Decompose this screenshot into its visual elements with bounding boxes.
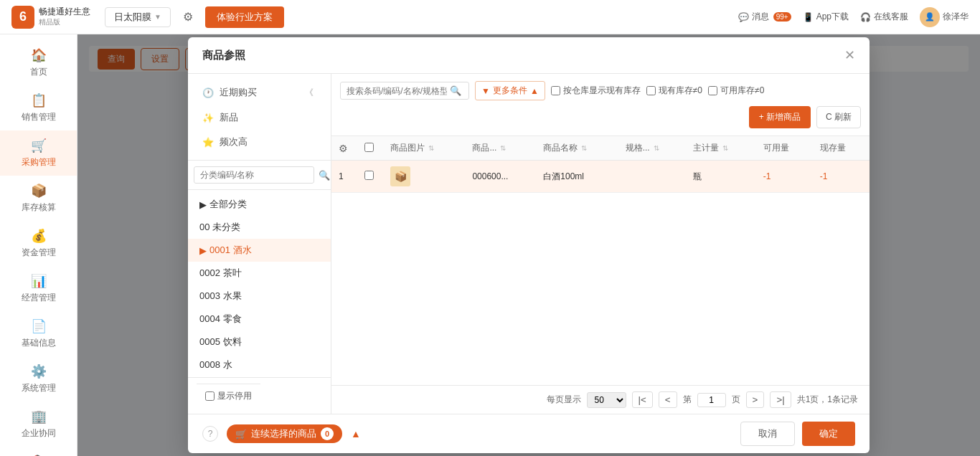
available-sort[interactable]: 可用量 (763, 142, 806, 154)
per-page-label: 每页显示 (547, 394, 581, 406)
select-all-checkbox[interactable] (364, 143, 374, 152)
table-row[interactable]: 1 📦 000600... 白酒100ml (331, 161, 870, 193)
row-code: 000600... (465, 161, 536, 193)
per-page-select[interactable]: 50 100 (587, 392, 626, 408)
sidebar-item-sales[interactable]: 📋 销售管理 (0, 85, 77, 130)
category-all[interactable]: ▶ 全部分类 (188, 193, 331, 216)
available-nonzero-checkbox[interactable] (646, 86, 656, 95)
spec-sort[interactable]: 规格...⇅ (626, 142, 679, 154)
sales-icon: 📋 (31, 92, 47, 108)
chevron-up-icon: ▲ (530, 86, 539, 96)
row-checkbox[interactable] (364, 171, 374, 180)
sidebar: 🏠 首页 📋 销售管理 🛒 采购管理 📦 库存核算 💰 资金管理 📊 经营管理 … (0, 34, 77, 456)
last-page-btn[interactable]: >| (770, 391, 791, 408)
page-input[interactable] (697, 393, 726, 407)
page-summary: 共1页，1条记录 (797, 394, 858, 406)
top-nav: 6 畅捷通好生意 精品版 日太阳膜 ▼ ⚙ 体验行业方案 💬 消息 99+ 📱 … (0, 0, 980, 34)
more-filter-btn[interactable]: ▼ 更多条件 ▲ (475, 81, 545, 100)
row-checkbox-cell (357, 161, 383, 193)
main-content: 查询 设置 刷新 商品参照 ✕ 🕐 (77, 34, 980, 456)
nav-dropdown[interactable]: 日太阳膜 ▼ (105, 7, 171, 27)
category-0005[interactable]: 0005 饮料 (188, 331, 331, 353)
row-name: 白酒100ml (536, 161, 618, 193)
unit-sort[interactable]: 主计量⇅ (693, 142, 748, 154)
category-0001[interactable]: ▶ 0001 酒水 (188, 239, 331, 262)
name-sort[interactable]: 商品名称⇅ (543, 142, 611, 154)
category-00[interactable]: 00 未分类 (188, 216, 331, 239)
quick-new-products[interactable]: ✨ 新品 (194, 105, 325, 130)
sidebar-item-inventory[interactable]: 📦 库存核算 (0, 176, 77, 221)
product-table: ⚙ 商品图片⇅ (331, 136, 870, 193)
sidebar-item-home[interactable]: 🏠 首页 (0, 40, 77, 85)
gear-icon[interactable]: ⚙ (176, 6, 199, 29)
clock-icon: 🕐 (202, 87, 214, 98)
code-sort[interactable]: 商品...⇅ (472, 142, 529, 154)
product-table-container: ⚙ 商品图片⇅ (331, 136, 870, 385)
messages-badge: 99+ (773, 12, 791, 22)
modal-left-footer: 显示停用 (188, 377, 331, 414)
refresh-btn[interactable]: C 刷新 (816, 106, 861, 128)
row-unit: 瓶 (686, 161, 755, 193)
col-header-code: 商品...⇅ (465, 136, 536, 161)
image-sort[interactable]: 商品图片⇅ (390, 142, 458, 154)
category-search-area: 🔍 (188, 161, 331, 190)
category-0004[interactable]: 0004 零食 (188, 308, 331, 331)
quick-recent-purchase[interactable]: 🕐 近期购买 《 (194, 80, 325, 105)
cart-area[interactable]: 🛒 连续选择的商品 0 (227, 424, 342, 443)
col-header-image: 商品图片⇅ (383, 136, 465, 161)
messages-item[interactable]: 💬 消息 99+ (738, 11, 791, 23)
user-item[interactable]: 👤 徐泽华 (920, 7, 969, 27)
category-0003[interactable]: 0003 水果 (188, 285, 331, 308)
col-header-stock: 现存量 (813, 136, 870, 161)
sidebar-item-basic[interactable]: 📄 基础信息 (0, 311, 77, 356)
warehouse-stock-checkbox[interactable] (551, 86, 560, 95)
prev-page-btn[interactable]: < (659, 391, 677, 408)
cancel-button[interactable]: 取消 (740, 422, 795, 446)
experience-btn[interactable]: 体验行业方案 (205, 6, 284, 28)
next-page-btn[interactable]: > (746, 391, 765, 408)
usable-nonzero-checkbox-label[interactable]: 可用库存≠0 (708, 85, 764, 97)
sidebar-item-guide[interactable]: 📚 新手引导 (0, 447, 77, 456)
online-service-item[interactable]: 🎧 在线客服 (860, 11, 908, 23)
first-page-btn[interactable]: |< (632, 391, 653, 408)
warehouse-stock-checkbox-label[interactable]: 按仓库显示现有库存 (551, 85, 641, 97)
search-icon[interactable]: 🔍 (319, 170, 330, 181)
pagination: 每页显示 50 100 |< < 第 页 > >| (331, 385, 870, 414)
inventory-icon: 📦 (31, 183, 47, 199)
cart-icon: 🛒 (235, 429, 247, 440)
search-icon[interactable]: 🔍 (450, 85, 461, 96)
sidebar-item-finance[interactable]: 💰 资金管理 (0, 221, 77, 266)
arrow-right-icon: ▶ (199, 245, 207, 256)
finance-icon: 💰 (31, 228, 47, 244)
modal-header: 商品参照 ✕ (188, 37, 870, 74)
logo-sub: 精品版 (39, 17, 90, 27)
basic-icon: 📄 (31, 318, 47, 334)
category-search-input[interactable] (194, 166, 314, 184)
col-header-spec: 规格...⇅ (618, 136, 687, 161)
filter-icon: ▼ (481, 86, 490, 96)
table-settings-icon[interactable]: ⚙ (339, 143, 348, 154)
quick-frequent[interactable]: ⭐ 频次高 (194, 130, 325, 154)
category-0008[interactable]: 0008 水 (188, 353, 331, 376)
category-0002[interactable]: 0002 茶叶 (188, 262, 331, 285)
show-disabled-checkbox[interactable] (205, 391, 215, 401)
sidebar-item-enterprise[interactable]: 🏢 企业协同 (0, 402, 77, 447)
row-spec (618, 161, 687, 193)
close-icon[interactable]: ✕ (844, 47, 855, 63)
sidebar-item-purchase[interactable]: 🛒 采购管理 (0, 130, 77, 176)
confirm-button[interactable]: 确定 (802, 422, 855, 446)
star-icon: ✨ (202, 113, 214, 123)
available-nonzero-checkbox-label[interactable]: 现有库存≠0 (646, 85, 702, 97)
app-download-item[interactable]: 📱 App下载 (803, 11, 849, 23)
usable-nonzero-checkbox[interactable] (708, 86, 717, 95)
add-product-btn[interactable]: + 新增商品 (749, 106, 811, 128)
fire-icon: ⭐ (202, 137, 214, 148)
stock-sort[interactable]: 现存量 (820, 142, 862, 154)
product-search-input[interactable] (347, 86, 447, 96)
help-icon[interactable]: ? (202, 426, 218, 442)
collapse-icon[interactable]: 《 (302, 85, 316, 100)
chevron-up-icon[interactable]: ▲ (351, 428, 361, 440)
sidebar-item-system[interactable]: ⚙️ 系统管理 (0, 356, 77, 402)
show-disabled-label[interactable]: 显示停用 (197, 384, 260, 408)
sidebar-item-operations[interactable]: 📊 经营管理 (0, 266, 77, 311)
